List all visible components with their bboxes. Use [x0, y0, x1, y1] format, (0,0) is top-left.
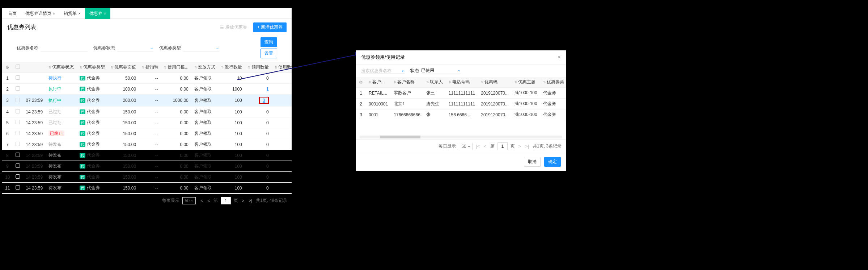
horizontal-scrollbar[interactable] [360, 136, 562, 138]
table-row[interactable]: 1待执行代代金券50.00--0.00客户领取1000↗▦ [2, 73, 292, 84]
row-face: 200.00 [108, 95, 139, 107]
table-row[interactable]: 1114 23:59待发布代代金券150.00--0.00客户领取10000↗▦ [2, 183, 292, 194]
checkbox[interactable] [16, 163, 20, 168]
tab-优惠券[interactable]: 优惠券× [85, 8, 110, 19]
tab-销货单[interactable]: 销货单× [59, 8, 85, 19]
row-claim: 0 [245, 73, 272, 84]
modal-per-page-select[interactable]: 50 [459, 143, 472, 150]
last-page-icon[interactable]: >| [525, 144, 530, 149]
cell-n: 3 [356, 109, 366, 120]
page-title: 优惠券列表 [7, 24, 36, 31]
column-header[interactable]: 使用数量 [272, 62, 292, 73]
row-date: 14 23:59 [23, 117, 46, 128]
cancel-button[interactable]: 取消 [524, 157, 541, 167]
checkbox-all[interactable] [16, 65, 20, 69]
table-row[interactable]: 2执行中代代金券100.00--0.00客户领取100010↗▦ [2, 84, 292, 95]
pagination: 每页显示 50 |< < 第 页 > >| 共1页, 49条记录 [2, 194, 292, 207]
confirm-button[interactable]: 确定 [544, 157, 561, 167]
column-header[interactable]: 联系人 [423, 77, 446, 88]
table-row[interactable]: 814 23:59待发布代代金券150.00--0.00客户领取10000↗▦ [2, 150, 292, 161]
cell-cust: 00010001 [366, 99, 391, 109]
column-header[interactable]: 发行数量 [218, 62, 245, 73]
page-input[interactable] [221, 197, 231, 204]
claim-link[interactable]: 3 [263, 98, 265, 103]
close-icon[interactable]: × [78, 8, 80, 19]
column-header[interactable]: 优惠券类 [540, 77, 566, 88]
row-claim: 0 [245, 161, 272, 172]
settings-button[interactable]: 设置 [261, 49, 277, 58]
prev-page-icon[interactable]: < [207, 198, 211, 203]
row-discount: -- [139, 95, 161, 107]
checkbox[interactable] [16, 86, 20, 91]
table-row[interactable]: 414 23:59已过期代代金券150.00--0.00客户领取10000↗▦ [2, 107, 292, 117]
column-header[interactable]: 优惠券状态 [46, 62, 77, 73]
column-header[interactable]: 优惠主题 [512, 77, 540, 88]
table-row[interactable]: 3000117666666666张156 6666 ...2019120070.… [356, 109, 566, 120]
modal-search-input[interactable] [361, 68, 394, 73]
row-threshold: 1000.00 [161, 95, 191, 107]
table-row[interactable]: 1RETAIL...零散客户张三111111111112019120070...… [356, 88, 566, 99]
column-header[interactable]: 优惠码 [478, 77, 512, 88]
table-row[interactable]: 914 23:59待发布代代金券150.00--0.00客户领取10000↗▦ [2, 161, 292, 172]
column-header[interactable]: 电话号码 [446, 77, 478, 88]
column-header[interactable] [23, 62, 46, 73]
column-header[interactable]: 优惠券面值 [108, 62, 139, 73]
next-page-icon[interactable]: > [241, 198, 245, 203]
column-header[interactable]: 发放方式 [191, 62, 218, 73]
gear-icon[interactable]: ⚙ [5, 65, 9, 70]
next-page-icon[interactable]: > [518, 144, 522, 149]
modal-page-input[interactable] [497, 142, 508, 150]
column-header[interactable]: 折扣% [139, 62, 161, 73]
filter-type-select[interactable]: ⌄ [183, 45, 219, 51]
checkbox[interactable] [16, 98, 20, 102]
per-page-select[interactable]: 50 [182, 197, 196, 204]
checkbox[interactable] [16, 185, 20, 190]
table-row[interactable]: 714 23:59待发布代代金券150.00--0.00客户领取10000↗▦ [2, 139, 292, 150]
row-issue: 100 [218, 150, 245, 161]
table-row[interactable]: 514 23:59已过期代代金券150.00--0.00客户领取10000↗▦ [2, 117, 292, 128]
search-icon[interactable]: ⌕ [402, 68, 405, 73]
filter-name: 优惠券名称 [17, 45, 88, 51]
close-icon[interactable]: × [558, 54, 561, 61]
gear-icon[interactable]: ⚙ [359, 80, 363, 85]
table-row[interactable]: 307 23:59执行中代代金券200.00--1000.00客户领取10031… [2, 95, 292, 107]
cell-contact: 张 [423, 109, 446, 120]
cell-type: 代金券 [540, 109, 566, 120]
modal-status-select[interactable]: 已使用 ⌄ [421, 67, 461, 74]
prev-page-icon[interactable]: < [483, 144, 487, 149]
column-header[interactable]: 客户... [366, 77, 391, 88]
column-header[interactable]: ⚙ [356, 77, 366, 88]
first-page-icon[interactable]: |< [199, 198, 204, 203]
column-header[interactable]: 优惠券类型 [77, 62, 108, 73]
column-header[interactable] [13, 62, 23, 73]
checkbox[interactable] [16, 120, 20, 124]
tab-首页[interactable]: 首页 [4, 8, 21, 19]
coupon-table-wrap: ⚙优惠券状态优惠券类型优惠券面值折扣%使用门槛...发放方式发行数量领用数量使用… [2, 62, 292, 194]
close-icon[interactable]: × [53, 8, 55, 19]
tab-优惠券详情页[interactable]: 优惠券详情页× [21, 8, 59, 19]
claim-link[interactable]: 1 [266, 87, 269, 92]
column-header[interactable]: 客户名称 [391, 77, 423, 88]
column-header[interactable]: 使用门槛... [161, 62, 191, 73]
checkbox[interactable] [16, 174, 20, 179]
row-number: 4 [2, 107, 13, 117]
table-row[interactable]: 614 23:59已终止代代金券150.00--0.00客户领取10000↗▦ [2, 128, 292, 139]
row-check [13, 139, 23, 150]
filter-name-input[interactable] [41, 45, 88, 51]
last-page-icon[interactable]: >| [248, 198, 253, 203]
column-header[interactable]: 领用数量 [245, 62, 272, 73]
checkbox[interactable] [16, 142, 20, 146]
checkbox[interactable] [16, 109, 20, 113]
add-coupon-button[interactable]: + 新增优惠券 [253, 22, 287, 32]
close-icon[interactable]: × [104, 8, 106, 19]
checkbox[interactable] [16, 153, 20, 157]
row-face: 150.00 [108, 172, 139, 183]
query-button[interactable]: 查询 [261, 37, 277, 47]
filter-status-select[interactable]: ⌄ [117, 45, 153, 51]
table-row[interactable]: 1014 23:59待发布代代金券150.00--0.00客户领取10000↗▦ [2, 172, 292, 183]
checkbox[interactable] [16, 75, 20, 80]
column-header[interactable]: ⚙ [2, 62, 13, 73]
table-row[interactable]: 200010001北京1唐先生111111111112019120070...满… [356, 99, 566, 109]
first-page-icon[interactable]: |< [475, 144, 480, 149]
checkbox[interactable] [16, 131, 20, 135]
